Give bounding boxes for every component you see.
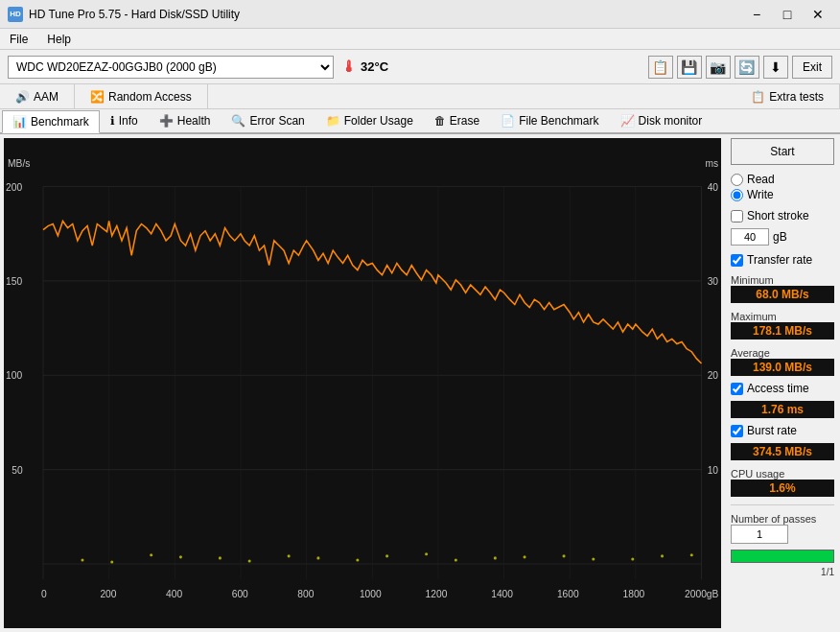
burst-rate-checkbox[interactable] [731,425,743,437]
app-title: HD Tune Pro 5.75 - Hard Disk/SSD Utility [29,8,240,21]
short-stroke-label[interactable]: Short stroke [747,209,809,222]
minimize-button[interactable]: − [742,5,771,24]
title-bar: HD HD Tune Pro 5.75 - Hard Disk/SSD Util… [0,0,840,29]
transfer-rate-row: Transfer rate [731,253,834,267]
svg-text:10: 10 [708,465,719,476]
main-tabs: 📊 Benchmark ℹ Info ➕ Health 🔍 Error Scan… [0,109,840,134]
svg-text:MB/s: MB/s [8,158,30,169]
access-time-label[interactable]: Access time [747,382,809,395]
write-radio[interactable] [731,189,743,201]
svg-text:800: 800 [297,589,314,599]
svg-point-47 [690,553,693,556]
access-time-checkbox[interactable] [731,383,743,395]
minimum-value: 68.0 MB/s [731,286,834,303]
burst-rate-value: 374.5 MB/s [731,443,834,460]
icon-btn-1[interactable]: 📋 [648,56,673,79]
tab-aam[interactable]: 🔊 AAM [0,84,75,108]
health-icon: ➕ [159,114,174,128]
tab-extra-tests[interactable]: 📋 Extra tests [735,84,840,108]
menu-file[interactable]: File [4,31,34,48]
read-label[interactable]: Read [747,173,775,186]
short-stroke-input[interactable] [731,228,769,246]
passes-input[interactable] [731,525,788,544]
maximum-label: Maximum [731,311,834,322]
temperature-display: 🌡 32°C [341,59,388,76]
maximize-button[interactable]: □ [773,5,802,24]
erase-icon: 🗑 [434,114,446,128]
icon-btn-3[interactable]: 📷 [706,56,731,79]
write-option: Write [731,188,834,201]
maximum-section: Maximum 178.1 MB/s [731,309,834,341]
menu-help[interactable]: Help [41,31,77,48]
svg-text:100: 100 [6,370,22,381]
svg-point-42 [356,558,359,561]
short-stroke-row: Short stroke [731,209,834,222]
svg-point-54 [524,555,526,558]
svg-text:20: 20 [708,370,719,381]
svg-point-52 [385,554,388,557]
cpu-usage-section: CPU usage 1.6% [731,466,834,499]
icon-btn-4[interactable]: 🔄 [735,56,759,79]
svg-point-44 [494,556,497,559]
exit-button[interactable]: Exit [792,56,832,79]
chart-svg: 200 150 100 50 MB/s 40 30 20 10 ms 0 200… [4,138,721,628]
svg-text:1600: 1600 [557,589,579,599]
menu-bar: File Help [0,29,840,50]
svg-text:1200: 1200 [426,589,448,599]
average-value: 139.0 MB/s [731,359,834,376]
close-button[interactable]: ✕ [804,5,832,24]
minimum-label: Minimum [731,274,834,286]
right-panel: Start Read Write Short stroke gB Transfe… [725,134,840,632]
icon-btn-2[interactable]: 💾 [677,56,702,79]
svg-rect-0 [4,148,721,620]
write-label[interactable]: Write [747,188,774,201]
aam-icon: 🔊 [15,90,30,104]
tab-file-benchmark[interactable]: 📄 File Benchmark [490,109,609,132]
average-section: Average 139.0 MB/s [731,345,834,378]
transfer-rate-checkbox[interactable] [731,254,743,267]
svg-point-53 [455,558,457,561]
folder-usage-icon: 📁 [326,114,340,128]
passes-section: Number of passes [731,511,834,544]
tab-benchmark[interactable]: 📊 Benchmark [2,110,100,133]
drive-tool-icons: 📋 💾 📷 🔄 ⬇ Exit [648,56,832,79]
main-content: 200 150 100 50 MB/s 40 30 20 10 ms 0 200… [0,134,840,632]
svg-text:30: 30 [708,276,719,287]
tab-erase[interactable]: 🗑 Erase [424,109,490,132]
start-button[interactable]: Start [731,138,834,165]
divider [731,504,834,505]
tab-random-access[interactable]: 🔀 Random Access [75,84,208,108]
svg-text:150: 150 [6,276,22,287]
svg-point-46 [631,557,634,560]
svg-point-45 [563,554,566,557]
disk-monitor-icon: 📈 [620,114,635,128]
app-icon: HD [8,7,23,22]
transfer-rate-label[interactable]: Transfer rate [747,253,812,267]
svg-text:1800: 1800 [623,589,645,599]
short-stroke-checkbox[interactable] [731,210,743,222]
burst-rate-label[interactable]: Burst rate [747,424,797,437]
svg-point-49 [179,555,182,558]
random-access-icon: 🔀 [90,90,105,104]
gb-label: gB [773,230,787,244]
tab-error-scan[interactable]: 🔍 Error Scan [221,109,315,132]
svg-point-56 [661,554,664,557]
svg-point-55 [592,557,595,560]
tab-info[interactable]: ℹ Info [100,109,149,132]
cpu-usage-value: 1.6% [731,480,834,497]
svg-text:200: 200 [6,182,22,193]
tab-health[interactable]: ➕ Health [149,109,222,132]
access-time-row: Access time [731,382,834,395]
svg-text:0: 0 [41,589,47,599]
drive-selector[interactable]: WDC WD20EZAZ-00GGJB0 (2000 gB) [8,56,334,79]
tab-folder-usage[interactable]: 📁 Folder Usage [315,109,424,132]
icon-btn-5[interactable]: ⬇ [763,56,788,79]
read-radio[interactable] [731,174,743,186]
file-benchmark-icon: 📄 [501,114,515,128]
progress-label: 1/1 [731,567,834,577]
read-option: Read [731,173,834,186]
svg-text:40: 40 [708,182,719,193]
svg-point-40 [219,556,222,559]
tab-disk-monitor[interactable]: 📈 Disk monitor [610,109,713,132]
svg-point-51 [316,556,319,559]
